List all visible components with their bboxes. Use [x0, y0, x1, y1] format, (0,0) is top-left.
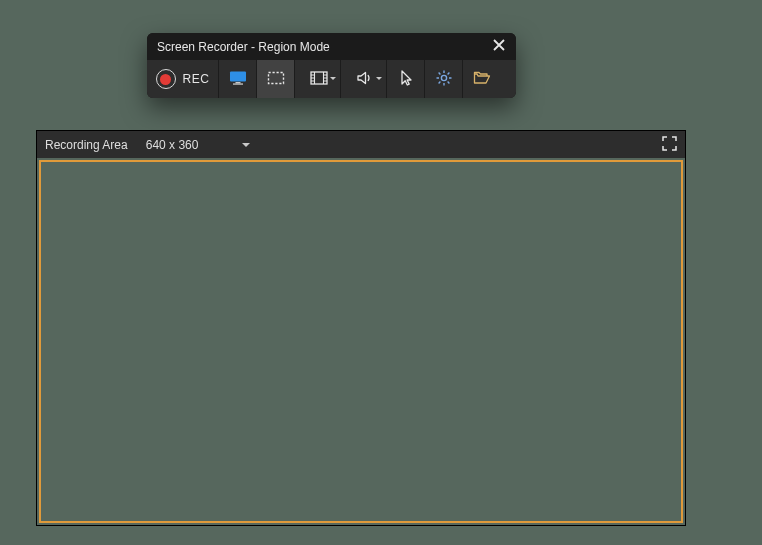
svg-line-18 [438, 72, 440, 74]
fullscreen-mode-button[interactable] [219, 60, 257, 98]
open-folder-button[interactable] [463, 60, 501, 98]
recording-area-header: Recording Area 640 x 360 [37, 131, 685, 158]
record-button[interactable]: REC [147, 60, 219, 98]
close-button[interactable] [488, 36, 510, 58]
recording-size-select[interactable]: 640 x 360 [146, 138, 251, 152]
recording-size-value: 640 x 360 [146, 138, 199, 152]
record-label: REC [183, 72, 210, 86]
toolbar-row: REC [147, 60, 516, 98]
video-format-button[interactable] [295, 60, 341, 98]
expand-icon [662, 136, 677, 154]
chevron-down-icon [242, 138, 250, 152]
svg-point-13 [441, 75, 446, 80]
recording-area-label: Recording Area [45, 138, 128, 152]
titlebar[interactable]: Screen Recorder - Region Mode [147, 33, 516, 60]
region-select-icon [266, 68, 286, 91]
svg-line-21 [438, 81, 440, 83]
svg-rect-2 [233, 83, 243, 84]
monitor-icon [228, 68, 248, 91]
cursor-icon [396, 68, 416, 91]
window-title: Screen Recorder - Region Mode [157, 40, 488, 54]
recording-region-frame[interactable] [39, 160, 683, 523]
audio-button[interactable] [341, 60, 387, 98]
svg-rect-1 [235, 82, 240, 83]
recording-area-body [37, 158, 685, 525]
folder-open-icon [472, 68, 492, 91]
svg-line-20 [447, 72, 449, 74]
settings-button[interactable] [425, 60, 463, 98]
speaker-icon [355, 68, 375, 91]
svg-rect-3 [268, 72, 283, 83]
film-icon [309, 68, 329, 91]
chevron-down-icon [330, 76, 336, 82]
recorder-toolbar-window: Screen Recorder - Region Mode REC [147, 33, 516, 98]
recording-area-panel: Recording Area 640 x 360 [36, 130, 686, 526]
svg-rect-0 [230, 71, 246, 81]
gear-icon [434, 68, 454, 91]
close-icon [493, 39, 505, 54]
chevron-down-icon [376, 76, 382, 82]
svg-line-19 [447, 81, 449, 83]
expand-area-button[interactable] [659, 135, 679, 155]
cursor-capture-button[interactable] [387, 60, 425, 98]
region-mode-button[interactable] [257, 60, 295, 98]
record-icon [156, 69, 176, 89]
